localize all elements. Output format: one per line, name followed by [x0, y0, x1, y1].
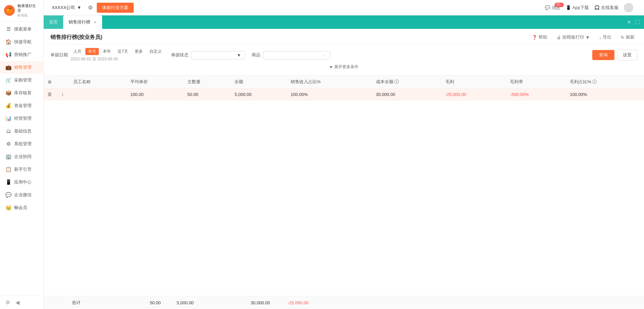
date-tab-prev[interactable]: 上月	[71, 48, 84, 55]
col-main-qty: 主数量	[183, 75, 231, 89]
tabbar-close-icon[interactable]: ✕	[627, 19, 631, 25]
sidebar-item-finance[interactable]: 💰资金管理	[0, 99, 43, 112]
filter-status: 单据状态 ▼	[171, 51, 245, 59]
tab-home-label: 首页	[49, 19, 58, 25]
row-main-qty: 50.00	[183, 89, 231, 101]
sidebar-item-inventory[interactable]: 📦库存核算	[0, 87, 43, 99]
sidebar-item-label-enterprise: 企业协同	[14, 154, 32, 160]
expand-label: 展开更多条件	[334, 64, 358, 70]
topbar-gear-icon[interactable]: ⚙	[88, 4, 93, 11]
company-chevron-icon: ▼	[77, 5, 81, 10]
sidebar-item-wechat[interactable]: 💬企业微信	[0, 189, 43, 201]
sidebar-item-operation[interactable]: 📊经营管理	[0, 112, 43, 125]
sidebar-item-search[interactable]: ☰搜索菜单	[0, 23, 43, 36]
member-icon: 👑	[5, 205, 11, 211]
app-label: App下载	[572, 5, 589, 11]
date-tabs: 上月 本月 本年 近7天 更多 自定义	[71, 48, 164, 55]
goods-input[interactable]: ···	[263, 51, 330, 59]
col-gross-pct: 毛利占比% ⓘ	[566, 75, 644, 89]
sidebar-item-guide[interactable]: 📋新手引导	[0, 163, 43, 176]
date-tab-year[interactable]: 本年	[100, 48, 114, 55]
sidebar-settings-icon[interactable]: ⚙	[5, 299, 10, 306]
sidebar-item-label-inventory: 库存核算	[14, 90, 32, 96]
col-avg-price: 平均单价	[126, 75, 183, 89]
page-content: 销售排行榜(按业务员) ❓ 帮助 🖨 按模板打印 ▼ ↓ 导出	[44, 29, 644, 309]
topbar-service-button[interactable]: 🎧 在线客服	[594, 5, 618, 11]
row-gross-pct: 100.00%	[566, 89, 644, 101]
app-center-icon: 📱	[5, 179, 11, 185]
date-tab-7days[interactable]: 近7天	[115, 48, 131, 55]
tabbar-restore-icon[interactable]: ⛶	[635, 19, 640, 25]
date-range: 2023-06-01 至 2023-06-30	[71, 56, 164, 62]
tab-close-icon[interactable]: ✕	[94, 20, 97, 24]
filter-date: 单据日期 上月 本月 本年 近7天 更多 自定义 2023-06-01 至 20…	[50, 48, 164, 62]
sales-rank-table: ⚙ 员工名称 平均单价 主数量 全额 销售收入占比% 成本全额 ⓘ 毛利 毛利率…	[44, 75, 644, 101]
sidebar-item-label-operation: 经营管理	[14, 115, 32, 121]
sidebar-item-enterprise[interactable]: 🏢企业协同	[0, 150, 43, 163]
col-sales-pct: 销售收入占比%	[287, 75, 372, 89]
col-settings[interactable]: ⚙	[44, 75, 56, 89]
avatar[interactable]	[624, 3, 633, 12]
export-button[interactable]: ↓ 导出	[597, 33, 614, 42]
col-employee: 员工名称	[69, 75, 126, 89]
app-icon: 📱	[566, 5, 571, 10]
sidebar-item-quick-nav[interactable]: 🏠快捷导航	[0, 36, 43, 48]
sidebar-item-marketing[interactable]: 📢营销推广	[0, 48, 43, 61]
topbar-right: 💬 消息 99+ 📱 App下载 🎧 在线客服	[545, 3, 639, 12]
tab-sales-rank[interactable]: 销售排行榜 ✕	[63, 15, 102, 29]
export-icon: ↓	[599, 35, 602, 40]
topbar-app-button[interactable]: 📱 App下载	[566, 5, 589, 11]
sidebar-item-purchase[interactable]: 🛒采购管理	[0, 74, 43, 87]
search-icon: ☰	[5, 26, 11, 32]
status-label: 单据状态	[171, 52, 188, 58]
query-button[interactable]: 查询	[592, 50, 614, 60]
row-settings-icon[interactable]: ☰	[44, 89, 56, 101]
message-badge: 99+	[555, 3, 564, 7]
sales-icon: 💼	[5, 64, 11, 70]
status-select[interactable]: ▼	[191, 51, 245, 59]
sidebar-item-member[interactable]: 👑畅会员	[0, 201, 43, 214]
col-total: 全额	[230, 75, 287, 89]
table-footer: 合计 50.00 5,000.00 30,000.00 -25,000.00	[44, 296, 644, 309]
sidebar-item-label-finance: 资金管理	[14, 103, 32, 109]
try-industry-button[interactable]: 体验行业方案	[97, 3, 134, 13]
filter-right: 查询 设置	[592, 50, 637, 60]
sidebar-item-label-quick-nav: 快捷导航	[14, 39, 32, 45]
enterprise-icon: 🏢	[5, 154, 11, 160]
help-button[interactable]: ❓ 帮助	[529, 33, 550, 42]
date-tab-custom[interactable]: 自定义	[147, 48, 164, 55]
page-title: 销售排行榜(按业务员)	[50, 34, 102, 41]
expand-conditions-button[interactable]: ▼ 展开更多条件	[50, 62, 637, 72]
row-employee	[69, 89, 126, 101]
company-name: XXXXX公司	[52, 5, 75, 11]
sidebar-collapse-icon[interactable]: ◀	[15, 299, 19, 306]
col-rank	[56, 75, 69, 89]
goods-label: 商品	[252, 52, 260, 58]
row-avg-price: 100.00	[126, 89, 183, 101]
refresh-button[interactable]: ↻ 刷新	[618, 33, 637, 42]
service-label: 在线客服	[601, 5, 618, 11]
row-gross: -25,000.00	[441, 89, 506, 101]
row-rank: 1	[56, 89, 69, 101]
row-sales-pct: 100.00%	[287, 89, 372, 101]
print-button[interactable]: 🖨 按模板打印 ▼	[554, 33, 593, 42]
sidebar-item-system[interactable]: ⚙系统管理	[0, 138, 43, 150]
sidebar-item-app-center[interactable]: 📱应用中心	[0, 176, 43, 189]
sidebar-item-label-purchase: 采购管理	[14, 77, 32, 83]
sidebar-item-label-guide: 新手引导	[14, 166, 32, 172]
sidebar-item-sales[interactable]: 💼销售管理	[0, 61, 43, 74]
tabbar-right: ✕ ⛶	[623, 19, 644, 25]
expand-icon: ▼	[329, 65, 333, 69]
page-actions: ❓ 帮助 🖨 按模板打印 ▼ ↓ 导出 ↻ 刷新	[529, 33, 637, 42]
date-tab-more[interactable]: 更多	[132, 48, 145, 55]
topbar-message-button[interactable]: 💬 消息 99+	[545, 5, 560, 11]
sidebar-item-base-info[interactable]: 🗂基础信息	[0, 125, 43, 138]
filter-settings-button[interactable]: 设置	[617, 50, 637, 60]
print-label: 按模板打印	[562, 34, 584, 40]
logo-name: 畅康通好生意	[17, 3, 39, 13]
tab-home[interactable]: 首页	[44, 15, 63, 29]
logo-sub: 标准版	[17, 13, 39, 18]
date-tab-cur[interactable]: 本月	[85, 48, 99, 55]
sidebar-item-label-base-info: 基础信息	[14, 128, 32, 134]
company-selector[interactable]: XXXXX公司 ▼	[49, 3, 84, 12]
